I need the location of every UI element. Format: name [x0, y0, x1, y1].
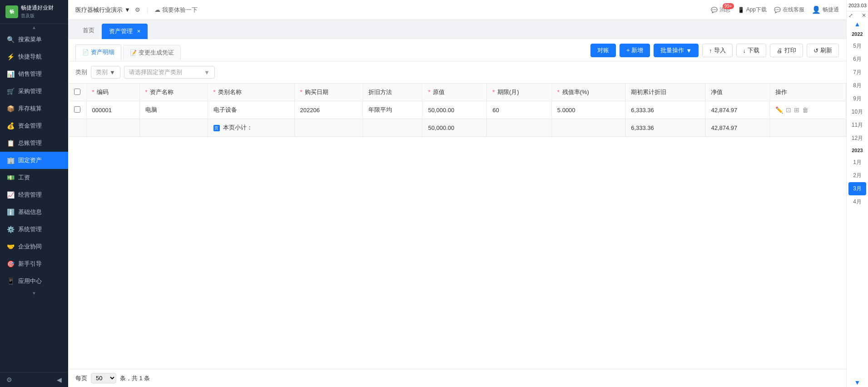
sidebar-item-operations[interactable]: 📈 经营管理 — [0, 186, 68, 203]
panel-controls: ⤢ ✕ — [847, 11, 868, 20]
copy-icon[interactable]: ⊡ — [786, 106, 791, 114]
edit-icon[interactable]: ✏️ — [775, 106, 783, 114]
total-label: 条，共 1 条 — [120, 374, 150, 382]
app-logo: 畅 — [5, 5, 18, 18]
refresh-icon: ↺ — [813, 47, 818, 54]
sidebar-header: 畅 畅捷通好业财 普及版 — [0, 0, 68, 24]
subtotal-net-value: 42,874.97 — [705, 119, 770, 137]
month-6[interactable]: 6月 — [847, 53, 868, 66]
subtotal-text: 本页小计： — [223, 124, 253, 131]
tab-home[interactable]: 首页 — [75, 23, 102, 39]
row-checkbox[interactable] — [74, 106, 80, 113]
sidebar-item-ledger[interactable]: 📋 总账管理 — [0, 134, 68, 152]
info-icon: ℹ️ — [6, 208, 15, 216]
month-4[interactable]: 4月 — [847, 195, 868, 208]
month-11[interactable]: 11月 — [847, 119, 868, 132]
month-3-current[interactable]: 3月 — [848, 182, 866, 195]
messages-badge: 99+ — [723, 3, 734, 9]
month-5[interactable]: 5月 — [847, 40, 868, 53]
download-icon: ↓ — [743, 47, 746, 54]
th-category: * 类别名称 — [208, 84, 294, 101]
th-original-value: * 原值 — [422, 84, 487, 101]
sidebar: 畅 畅捷通好业财 普及版 ▲ 🔍 搜索菜单 ⚡ 快捷导航 📊 销售管理 🛒 采购… — [0, 0, 68, 387]
print-btn[interactable]: 🖨 打印 — [770, 44, 803, 57]
app-title: 畅捷通好业财 — [21, 5, 54, 12]
download-btn[interactable]: ↓ 下载 — [736, 44, 767, 57]
month-1[interactable]: 1月 — [847, 156, 868, 169]
month-2[interactable]: 2月 — [847, 169, 868, 182]
user-menu[interactable]: 👤 畅捷通 — [812, 5, 839, 14]
td-name: 电脑 — [139, 101, 208, 119]
expand-icon[interactable]: ⤢ — [848, 12, 853, 19]
td-depreciation-method: 年限平均 — [362, 101, 422, 119]
table-row: 000001 电脑 电子设备 202206 年限平均 50,000.00 60 … — [68, 101, 846, 119]
select-all-checkbox[interactable] — [74, 89, 80, 95]
import-btn[interactable]: ↑ 导入 — [702, 44, 733, 57]
sidebar-item-label: 经营管理 — [18, 191, 42, 199]
account-btn[interactable]: 对账 — [590, 44, 616, 57]
delete-icon[interactable]: 🗑 — [802, 106, 808, 114]
sidebar-item-label: 搜索菜单 — [18, 35, 42, 44]
refresh-btn[interactable]: ↺ 刷新 — [807, 44, 839, 57]
messages-button[interactable]: 💬 消息 99+ — [711, 6, 730, 14]
batch-arrow-icon: ▼ — [686, 47, 692, 54]
sidebar-item-search[interactable]: 🔍 搜索菜单 — [0, 31, 68, 48]
settings-icon[interactable]: ⚙ — [6, 376, 12, 383]
more-icon[interactable]: ⊞ — [794, 106, 799, 114]
payroll-icon: 💵 — [6, 174, 15, 181]
batch-btn[interactable]: 批量操作 ▼ — [654, 44, 699, 57]
right-panel-header: 2023.03 — [847, 0, 868, 11]
close-icon[interactable]: ✕ — [862, 12, 866, 19]
sidebar-scroll-up[interactable]: ▲ — [0, 24, 68, 31]
sidebar-item-funds[interactable]: 💰 资金管理 — [0, 117, 68, 134]
month-12[interactable]: 12月 — [847, 132, 868, 145]
subtab-asset-detail-label: 资产明细 — [91, 48, 114, 56]
download-label: 下载 — [748, 46, 759, 55]
sidebar-item-system[interactable]: ⚙️ 系统管理 — [0, 221, 68, 238]
per-page-select[interactable]: 50 100 200 — [91, 373, 116, 383]
sidebar-item-basic-info[interactable]: ℹ️ 基础信息 — [0, 203, 68, 221]
new-btn[interactable]: + 新增 — [620, 44, 650, 57]
online-service-button[interactable]: 💬 在线客服 — [774, 6, 804, 14]
subtab-asset-detail[interactable]: 📄 资产明细 — [75, 45, 121, 60]
subtotal-empty-date — [294, 119, 362, 137]
sidebar-item-label: 资金管理 — [18, 122, 42, 130]
gear-settings-icon[interactable]: ⚙ — [135, 6, 140, 13]
category-type-select[interactable]: 类别 ▼ — [91, 66, 120, 79]
experience-link[interactable]: ☁ 我要体验一下 — [154, 6, 198, 14]
sidebar-item-payroll[interactable]: 💵 工资 — [0, 169, 68, 186]
money-icon: 💰 — [6, 122, 15, 129]
topbar-divider: | — [147, 6, 148, 13]
sidebar-item-label: 快捷导航 — [18, 53, 42, 61]
asset-table: * 编码 * 资产名称 * 类别名称 * 购买日 — [68, 84, 846, 137]
month-10[interactable]: 10月 — [847, 105, 868, 119]
sidebar-item-fixed-assets[interactable]: 🏢 固定资产 — [0, 152, 68, 169]
tab-asset-management[interactable]: 资产管理 × — [102, 24, 148, 39]
sidebar-item-sales[interactable]: 📊 销售管理 — [0, 65, 68, 83]
month-7[interactable]: 7月 — [847, 66, 868, 79]
subtab-change-voucher[interactable]: 📝 变更生成凭证 — [123, 45, 181, 60]
refresh-label: 刷新 — [820, 46, 832, 55]
tab-close-icon[interactable]: × — [137, 28, 141, 35]
panel-down-arrow[interactable]: ▼ — [853, 378, 862, 387]
sidebar-item-purchase[interactable]: 🛒 采购管理 — [0, 83, 68, 100]
right-panel: 2023.03 ⤢ ✕ ▲ 2022 5月 6月 7月 8月 9月 10月 11… — [846, 0, 868, 387]
th-period: * 期限(月) — [487, 84, 552, 101]
panel-up-arrow[interactable]: ▲ — [853, 20, 862, 29]
sidebar-item-inventory[interactable]: 📦 库存核算 — [0, 100, 68, 117]
category-filter-input[interactable]: 请选择固定资产类别 ▼ — [124, 66, 215, 79]
month-8[interactable]: 8月 — [847, 79, 868, 92]
sidebar-item-quick-nav[interactable]: ⚡ 快捷导航 — [0, 48, 68, 65]
sidebar-scroll-down[interactable]: ▼ — [0, 290, 68, 297]
company-selector[interactable]: 医疗器械行业演示 ▼ — [75, 6, 130, 14]
filter-label: 类别 — [75, 68, 87, 76]
sidebar-item-guide[interactable]: 🎯 新手引导 — [0, 255, 68, 273]
sidebar-item-app-center[interactable]: 📱 应用中心 — [0, 273, 68, 290]
subtotal-empty-name — [139, 119, 208, 137]
collapse-icon[interactable]: ◀ — [57, 376, 62, 383]
print-icon: 🖨 — [777, 47, 783, 54]
sidebar-item-cooperation[interactable]: 🤝 企业协同 — [0, 238, 68, 255]
app-download-button[interactable]: 📱 App下载 — [738, 6, 767, 14]
month-9[interactable]: 9月 — [847, 92, 868, 105]
subtab-actions: 对账 + 新增 批量操作 ▼ ↑ 导入 ↓ 下载 🖨 打印 — [590, 44, 839, 61]
